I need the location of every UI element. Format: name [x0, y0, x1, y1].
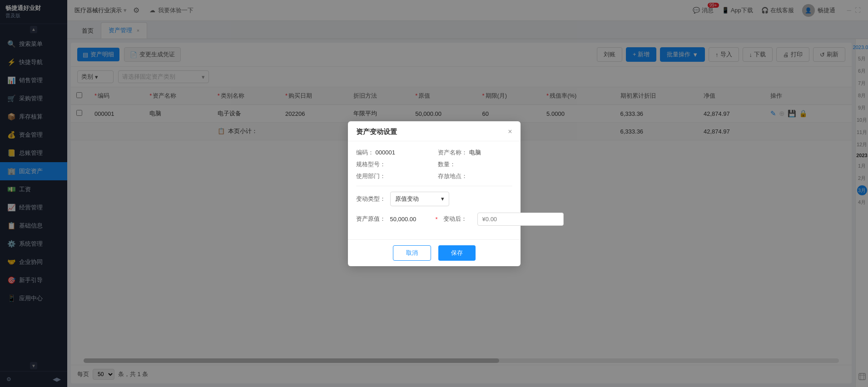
modal-change-type-row: 变动类型： 原值变动 ▾ — [356, 192, 512, 206]
modal-change-type-value: 原值变动 — [395, 195, 419, 203]
change-type-chevron-icon: ▾ — [441, 195, 444, 202]
modal-dept-label: 使用部门： — [356, 172, 386, 180]
modal-change-type-label: 变动类型： — [356, 195, 386, 203]
modal-header: 资产变动设置 × — [348, 121, 521, 141]
modal-asset-name-label: 资产名称： — [438, 149, 467, 157]
modal-dept-item: 使用部门： — [356, 172, 431, 180]
modal-location-item: 存放地点： — [438, 172, 512, 180]
modal-quantity-label: 数量： — [438, 160, 456, 169]
modal-code-value: 000001 — [376, 149, 395, 156]
asset-change-modal: 资产变动设置 × 编码： 000001 资产名称： 电脑 规格型号： 数量： — [348, 121, 521, 266]
modal-spec-item: 规格型号： — [356, 160, 431, 169]
modal-original-value-label: 资产原值： — [356, 215, 386, 223]
cancel-button[interactable]: 取消 — [393, 245, 431, 261]
modal-quantity-item: 数量： — [438, 160, 512, 169]
modal-footer: 取消 保存 — [348, 239, 521, 266]
modal-code-label: 编码： — [356, 149, 374, 157]
save-button[interactable]: 保存 — [438, 245, 476, 261]
modal-required-star: * — [436, 216, 438, 223]
modal-code-item: 编码： 000001 — [356, 149, 431, 157]
modal-title: 资产变动设置 — [356, 128, 397, 136]
modal-close-btn[interactable]: × — [508, 128, 512, 136]
modal-info-grid: 编码： 000001 资产名称： 电脑 规格型号： 数量： 使用部门： — [356, 149, 512, 180]
modal-asset-name-value: 电脑 — [469, 149, 481, 157]
modal-after-change-input[interactable] — [477, 213, 564, 226]
modal-location-label: 存放地点： — [438, 172, 467, 180]
modal-spec-label: 规格型号： — [356, 160, 386, 169]
modal-original-value-display: 50,000.00 — [390, 216, 431, 223]
modal-asset-name-item: 资产名称： 电脑 — [438, 149, 512, 157]
modal-change-type-select[interactable]: 原值变动 ▾ — [390, 192, 449, 206]
modal-original-value-row: 资产原值： 50,000.00 * 变动后： — [356, 213, 512, 226]
modal-divider — [356, 186, 512, 186]
modal-after-change-label: 变动后： — [443, 215, 473, 223]
modal-body: 编码： 000001 资产名称： 电脑 规格型号： 数量： 使用部门： — [348, 141, 521, 239]
modal-overlay: 资产变动设置 × 编码： 000001 资产名称： 电脑 规格型号： 数量： — [0, 0, 868, 387]
